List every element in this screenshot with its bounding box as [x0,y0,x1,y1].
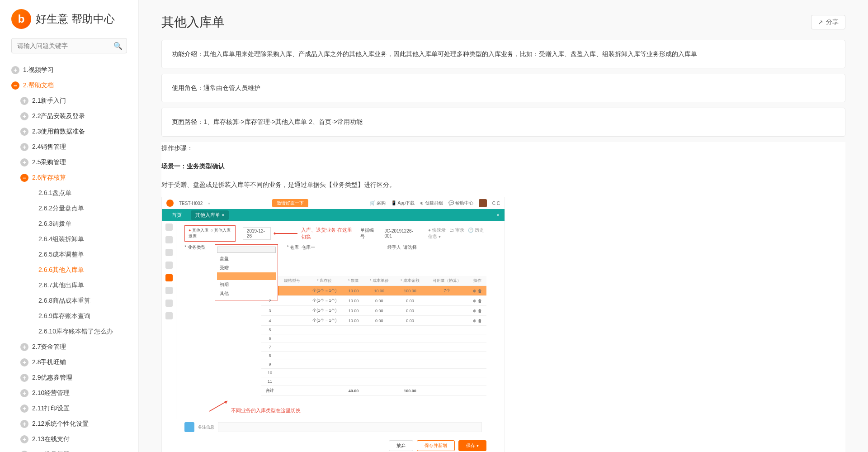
plus-icon: + [20,97,28,105]
avatar-icon [479,199,487,207]
plus-icon: + [20,343,28,351]
plus-icon: + [20,389,28,397]
sidebar: b 好生意 帮助中心 🔍 +1.视频学习 –2.帮助文档 +2.1新手入门 +2… [0,0,139,452]
plus-icon: + [20,420,28,428]
mock-invite-button: 邀请好友一下 [272,199,308,207]
plus-icon: + [11,66,19,74]
mock-save-button: 保存 ▾ [458,440,486,451]
search-input[interactable] [11,38,127,53]
intro-label: 功能介绍： [172,50,203,57]
nav-2-14[interactable]: +2.14常见问题 [11,447,127,452]
path-text: 1、库存核算->库存管理->其他入库单 2、首页->常用功能 [203,118,363,125]
nav-2-6-2[interactable]: 2.6.2分量盘点单 [11,201,127,216]
nav-2-6-7[interactable]: 2.6.7其他出库单 [11,278,127,293]
scene1-title: 场景一：业务类型确认 [161,160,845,172]
nav-2-6[interactable]: –2.6库存核算 [11,170,127,186]
nav-2-12[interactable]: +2.12系统个性化设置 [11,416,127,432]
mock-tab-home: 首页 [167,210,186,220]
note-icon [184,422,194,432]
plus-icon: + [20,112,28,120]
nav-2-10[interactable]: +2.10经营管理 [11,385,127,401]
nav-2-6-8[interactable]: 2.6.8商品成本重算 [11,293,127,309]
main-content: 其他入库单 ↗ 分享 功能介绍：其他入库单用来处理除采购入库、产成品入库之外的其… [139,0,868,452]
role-label: 使用角色： [172,84,203,91]
nav-2-6-4[interactable]: 2.6.4组装拆卸单 [11,232,127,247]
mock-note1: 入库、退货业务 在这里切换 [301,227,354,240]
share-icon: ↗ [818,19,823,26]
mock-cancel-button: 放弃 [389,440,413,451]
steps-label: 操作步骤： [161,142,845,154]
mock-logo-icon [166,200,174,207]
nav-2-8[interactable]: +2.8手机旺铺 [11,355,127,370]
plus-icon: + [20,435,28,443]
path-label: 页面路径： [172,118,203,125]
nav-2-2[interactable]: +2.2产品安装及登录 [11,109,127,124]
mock-screenshot: TEST-H002 ▾ 邀请好友一下 🛒 采购📱 App下载⊕ 创建群组💬 帮助… [161,197,505,452]
intro-panel: 功能介绍：其他入库单用来处理除采购入库、产成品入库之外的其他入库业务，因此其他入… [161,40,845,68]
nav-2-9[interactable]: +2.9优惠券管理 [11,370,127,385]
nav-2-6-5[interactable]: 2.6.5成本调整单 [11,247,127,262]
nav-2-7[interactable]: +2.7资金管理 [11,339,127,355]
mock-date: 2019-12-26 [243,227,271,240]
mock-save-new-button: 保存并新增 [417,440,455,451]
role-panel: 使用角色：通常由仓管人员维护 [161,74,845,102]
plus-icon: + [20,143,28,151]
mock-account: TEST-H002 [179,201,203,206]
share-button[interactable]: ↗ 分享 [811,15,845,29]
plus-icon: + [20,128,28,136]
arrow-icon [274,233,297,234]
logo-icon: b [11,9,31,29]
intro-text: 其他入库单用来处理除采购入库、产成品入库之外的其他入库业务，因此其他入库单可处理… [203,50,697,57]
mock-note2: 不同业务的入库类型在这里切换 [231,408,301,413]
scene1-text: 对于受赠、盘盈或是拆装入库等不同的业务，是通过单据头【业务类型】进行区分。 [161,179,845,191]
plus-icon: + [20,374,28,382]
nav-2-13[interactable]: +2.13在线支付 [11,432,127,447]
nav-video[interactable]: +1.视频学习 [11,62,127,78]
nav-2-6-3[interactable]: 2.6.3调拨单 [11,216,127,232]
nav-2-6-6[interactable]: 2.6.6其他入库单 [11,262,127,278]
nav-2-6-10[interactable]: 2.6.10库存账本错了怎么办 [11,324,127,339]
nav-tree: +1.视频学习 –2.帮助文档 +2.1新手入门 +2.2产品安装及登录 +2.… [11,62,127,452]
mock-sidebar [162,221,176,419]
minus-icon: – [20,174,28,182]
path-panel: 页面路径：1、库存核算->库存管理->其他入库单 2、首页->常用功能 [161,108,845,136]
nav-2-3[interactable]: +2.3使用前数据准备 [11,124,127,139]
nav-2-1[interactable]: +2.1新手入门 [11,93,127,109]
role-text: 通常由仓管人员维护 [203,84,260,91]
nav-2-6-1[interactable]: 2.6.1盘点单 [11,186,127,201]
site-title: 好生意 帮助中心 [36,12,115,26]
plus-icon: + [20,158,28,167]
search-icon[interactable]: 🔍 [113,42,123,50]
nav-2-6-9[interactable]: 2.6.9库存账本查询 [11,309,127,324]
mock-tab-current: 其他入库单 × [191,210,229,220]
nav-2-5[interactable]: +2.5采购管理 [11,155,127,170]
plus-icon: + [20,358,28,366]
plus-icon: + [20,404,28,413]
minus-icon: – [11,81,19,90]
nav-docs[interactable]: –2.帮助文档 [11,78,127,93]
page-title: 其他入库单 [161,14,225,31]
article-body: 操作步骤： 场景一：业务类型确认 对于受赠、盘盈或是拆装入库等不同的业务，是通过… [161,142,845,452]
mock-note-input [218,422,482,432]
nav-2-4[interactable]: +2.4销售管理 [11,139,127,155]
nav-2-11[interactable]: +2.11打印设置 [11,401,127,416]
mock-table: 规格型号* 库存位* 数量* 成本单价* 成本金额可用量（协算）操作 录入个(1… [261,276,486,396]
search-box: 🔍 [11,38,127,53]
logo-row: b 好生意 帮助中心 [11,9,127,29]
